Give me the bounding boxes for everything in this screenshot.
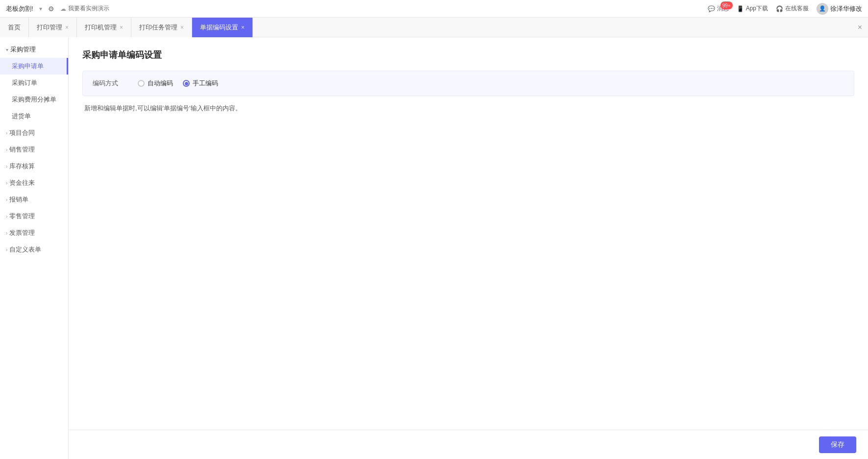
radio-manual-coding-circle bbox=[183, 80, 190, 87]
online-service-button[interactable]: 🎧 在线客服 bbox=[776, 4, 809, 13]
invoice-mgmt-expand-icon: › bbox=[6, 230, 7, 236]
inventory-expand-icon: › bbox=[6, 164, 7, 169]
title-dropdown-icon[interactable]: ▾ bbox=[39, 5, 42, 12]
tab-printer-mgmt-close[interactable]: × bbox=[120, 24, 123, 31]
tab-home[interactable]: 首页 bbox=[0, 18, 29, 37]
tab-bar-right: × bbox=[858, 23, 868, 32]
page-title: 采购申请单编码设置 bbox=[82, 49, 854, 61]
tab-bar: 首页 打印管理 × 打印机管理 × 打印任务管理 × 单据编码设置 × × bbox=[0, 18, 868, 37]
sidebar-item-custom-form[interactable]: › 自定义表单 bbox=[0, 241, 68, 258]
tab-home-label: 首页 bbox=[8, 23, 21, 32]
radio-auto-coding-label: 自动编码 bbox=[148, 79, 173, 88]
demo-link[interactable]: ☁ 我要看实例演示 bbox=[60, 4, 109, 13]
app-download-label: App下载 bbox=[746, 4, 768, 13]
sidebar-item-purchase-request-label: 采购申请单 bbox=[12, 62, 44, 70]
hint-text: 新增和编辑单据时,可以编辑'单据编号'输入框中的内容。 bbox=[82, 104, 854, 113]
tab-bar-global-close-icon[interactable]: × bbox=[858, 23, 862, 31]
sidebar-item-purchase-order-label: 采购订单 bbox=[12, 79, 37, 86]
purchase-expand-icon: ▾ bbox=[6, 47, 8, 52]
sidebar-item-invoice-mgmt-label: 发票管理 bbox=[9, 229, 35, 237]
main-layout: ▾ 采购管理 采购申请单 采购订单 采购费用分摊单 进货单 › 项目合同 › 销… bbox=[0, 37, 868, 459]
sidebar-item-project-contract[interactable]: › 项目合同 bbox=[0, 125, 68, 141]
tab-barcode-settings[interactable]: 单据编码设置 × bbox=[192, 18, 253, 37]
sidebar-item-inventory[interactable]: › 库存核算 bbox=[0, 158, 68, 175]
retail-mgmt-expand-icon: › bbox=[6, 214, 7, 219]
sidebar-item-capital-flow-label: 资金往来 bbox=[9, 178, 35, 187]
sidebar-item-custom-form-label: 自定义表单 bbox=[9, 245, 41, 254]
sidebar-item-purchase-order[interactable]: 采购订单 bbox=[0, 75, 68, 91]
sidebar-item-retail-mgmt[interactable]: › 零售管理 bbox=[0, 208, 68, 225]
radio-manual-coding-label: 手工编码 bbox=[193, 79, 218, 88]
sidebar-group-purchase-label: 采购管理 bbox=[10, 45, 36, 54]
tab-print-task-mgmt-close[interactable]: × bbox=[180, 24, 184, 31]
coding-row: 编码方式 自动编码 手工编码 bbox=[93, 79, 844, 88]
save-button[interactable]: 保存 bbox=[819, 436, 856, 453]
sidebar-item-sales-mgmt-label: 销售管理 bbox=[9, 145, 35, 154]
radio-group-coding: 自动编码 手工编码 bbox=[138, 79, 218, 88]
user-avatar-button[interactable]: 👤 徐泽华修改 bbox=[817, 3, 862, 15]
project-contract-expand-icon: › bbox=[6, 130, 7, 136]
online-service-label: 在线客服 bbox=[785, 4, 809, 13]
tab-printer-mgmt-label: 打印机管理 bbox=[85, 23, 117, 32]
tab-print-task-mgmt[interactable]: 打印任务管理 × bbox=[131, 18, 192, 37]
app-download-button[interactable]: 📱 App下载 bbox=[737, 4, 768, 13]
message-button[interactable]: 💬 消息 99+ bbox=[708, 4, 729, 13]
tab-print-mgmt-close[interactable]: × bbox=[65, 24, 69, 31]
top-bar-right: 💬 消息 99+ 📱 App下载 🎧 在线客服 👤 徐泽华修改 bbox=[708, 3, 862, 15]
top-bar: 老板勿割! ▾ ⚙ ☁ 我要看实例演示 💬 消息 99+ 📱 App下载 🎧 在… bbox=[0, 0, 868, 18]
sidebar-group-purchase-title[interactable]: ▾ 采购管理 bbox=[0, 41, 68, 58]
avatar-circle: 👤 bbox=[817, 3, 828, 15]
sidebar-item-stock-in-label: 进货单 bbox=[12, 112, 31, 120]
sidebar-item-return-order[interactable]: › 报销单 bbox=[0, 191, 68, 208]
sidebar-item-stock-in[interactable]: 进货单 bbox=[0, 108, 68, 125]
sidebar-item-inventory-label: 库存核算 bbox=[9, 162, 35, 171]
content-inner: 采购申请单编码设置 编码方式 自动编码 手工编码 bbox=[69, 37, 868, 430]
tab-barcode-settings-label: 单据编码设置 bbox=[200, 23, 238, 32]
message-badge: 99+ bbox=[720, 1, 733, 9]
radio-auto-coding[interactable]: 自动编码 bbox=[138, 79, 173, 88]
sidebar-item-invoice-mgmt[interactable]: › 发票管理 bbox=[0, 225, 68, 241]
sidebar-item-retail-mgmt-label: 零售管理 bbox=[9, 212, 35, 221]
footer-bar: 保存 bbox=[69, 430, 868, 459]
app-title: 老板勿割! bbox=[6, 4, 33, 13]
message-icon: 💬 bbox=[708, 5, 715, 12]
radio-auto-coding-circle bbox=[138, 80, 145, 87]
cloud-icon: ☁ bbox=[60, 5, 66, 12]
tab-printer-mgmt[interactable]: 打印机管理 × bbox=[77, 18, 131, 37]
headset-icon: 🎧 bbox=[776, 5, 783, 12]
sidebar: ▾ 采购管理 采购申请单 采购订单 采购费用分摊单 进货单 › 项目合同 › 销… bbox=[0, 37, 69, 459]
sidebar-group-purchase: ▾ 采购管理 采购申请单 采购订单 采购费用分摊单 进货单 bbox=[0, 41, 68, 125]
app-download-icon: 📱 bbox=[737, 5, 744, 12]
top-bar-left: 老板勿割! ▾ ⚙ ☁ 我要看实例演示 bbox=[6, 4, 109, 13]
demo-text: 我要看实例演示 bbox=[68, 4, 109, 13]
user-name: 徐泽华修改 bbox=[830, 4, 862, 13]
sidebar-item-sales-mgmt[interactable]: › 销售管理 bbox=[0, 141, 68, 158]
sales-mgmt-expand-icon: › bbox=[6, 147, 7, 153]
sidebar-item-return-order-label: 报销单 bbox=[9, 195, 28, 204]
tab-print-mgmt-label: 打印管理 bbox=[37, 23, 62, 32]
sidebar-item-purchase-expense-label: 采购费用分摊单 bbox=[12, 96, 56, 103]
coding-section: 编码方式 自动编码 手工编码 bbox=[82, 71, 854, 96]
tab-barcode-settings-close[interactable]: × bbox=[241, 24, 245, 31]
tab-print-mgmt[interactable]: 打印管理 × bbox=[29, 18, 77, 37]
sidebar-item-purchase-request[interactable]: 采购申请单 bbox=[0, 58, 68, 75]
content-area: 采购申请单编码设置 编码方式 自动编码 手工编码 bbox=[69, 37, 868, 459]
sidebar-item-capital-flow[interactable]: › 资金往来 bbox=[0, 175, 68, 191]
sidebar-item-purchase-expense[interactable]: 采购费用分摊单 bbox=[0, 91, 68, 108]
settings-gear-icon[interactable]: ⚙ bbox=[48, 5, 54, 13]
tab-print-task-mgmt-label: 打印任务管理 bbox=[139, 23, 177, 32]
radio-manual-coding[interactable]: 手工编码 bbox=[183, 79, 218, 88]
return-order-expand-icon: › bbox=[6, 197, 7, 203]
sidebar-item-project-contract-label: 项目合同 bbox=[9, 128, 35, 137]
coding-label: 编码方式 bbox=[93, 79, 122, 88]
custom-form-expand-icon: › bbox=[6, 247, 7, 253]
capital-flow-expand-icon: › bbox=[6, 180, 7, 186]
